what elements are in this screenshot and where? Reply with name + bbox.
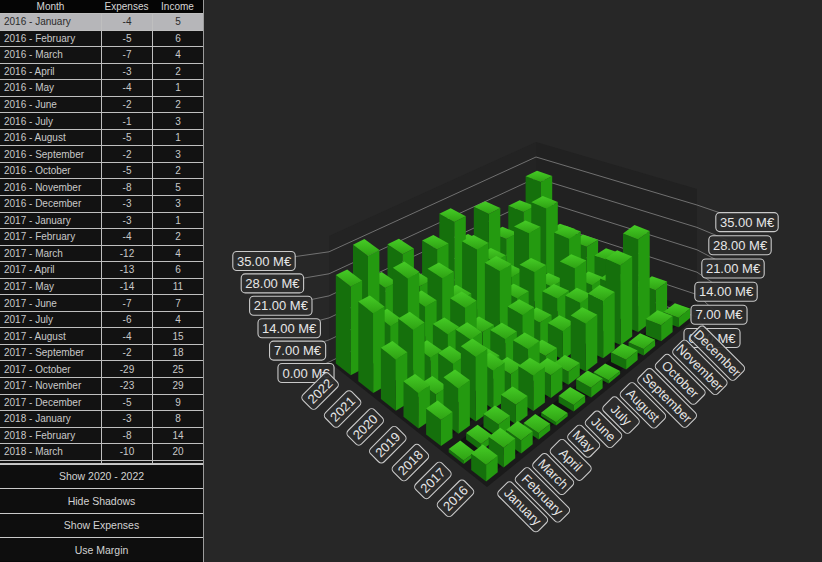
table-row[interactable]: 2016 - July-13 xyxy=(0,113,203,130)
data-table-panel: Month Expenses Income 2016 - January-452… xyxy=(0,0,204,562)
table-cell: 2017 - July xyxy=(0,312,101,328)
table-row[interactable]: 2017 - May-1411 xyxy=(0,279,203,296)
bar3d-chart[interactable]: 0.00 M€7.00 M€14.00 M€21.00 M€28.00 M€35… xyxy=(204,0,822,562)
table-cell: 1 xyxy=(152,80,203,96)
value-axis-label-left: 35.00 M€ xyxy=(233,252,295,271)
table-cell: -10 xyxy=(101,444,152,460)
table-cell: 8 xyxy=(152,411,203,427)
svg-text:14.00 M€: 14.00 M€ xyxy=(699,284,754,299)
table-cell: 2016 - August xyxy=(0,130,101,146)
bar[interactable] xyxy=(336,269,362,375)
table-cell: -13 xyxy=(101,262,152,278)
table-cell: 2 xyxy=(152,97,203,113)
table-row[interactable]: 2017 - March-124 xyxy=(0,246,203,263)
table-cell: 2017 - October xyxy=(0,361,101,377)
table-cell: 2016 - June xyxy=(0,97,101,113)
table-cell: -12 xyxy=(101,246,152,262)
table-cell: 2017 - September xyxy=(0,345,101,361)
table-row[interactable]: 2016 - January-45 xyxy=(0,14,203,31)
table-cell: 4 xyxy=(152,312,203,328)
table-cell: 2 xyxy=(152,163,203,179)
table-cell: 11 xyxy=(152,279,203,295)
table-cell: 2017 - December xyxy=(0,395,101,411)
table-cell: 7 xyxy=(152,295,203,311)
value-axis-label-right: 28.00 M€ xyxy=(709,236,771,255)
table-row[interactable]: 2018 - March-1020 xyxy=(0,444,203,461)
svg-text:21.00 M€: 21.00 M€ xyxy=(254,298,309,313)
table-row[interactable]: 2016 - May-41 xyxy=(0,80,203,97)
table-cell: -4 xyxy=(101,80,152,96)
table-cell: 4 xyxy=(152,246,203,262)
toggle-years-button[interactable]: Show 2020 - 2022 xyxy=(0,464,203,488)
table-row[interactable]: 2016 - November-85 xyxy=(0,179,203,196)
column-header-income[interactable]: Income xyxy=(152,1,203,12)
table-row[interactable]: 2016 - October-52 xyxy=(0,163,203,180)
table-row[interactable]: 2016 - September-23 xyxy=(0,146,203,163)
table-cell: -8 xyxy=(101,179,152,195)
table-cell: -4 xyxy=(101,14,152,30)
column-header-expenses[interactable]: Expenses xyxy=(101,1,152,12)
table-cell: 2016 - January xyxy=(0,14,101,30)
table-body: 2016 - January-452016 - February-562016 … xyxy=(0,14,203,461)
table-cell: 2017 - January xyxy=(0,213,101,229)
toggle-shadows-button[interactable]: Hide Shadows xyxy=(0,488,203,512)
toggle-margin-button[interactable]: Use Margin xyxy=(0,537,203,561)
toggle-expenses-button[interactable]: Show Expenses xyxy=(0,513,203,537)
table-row[interactable]: 2017 - August-415 xyxy=(0,328,203,345)
table-row[interactable]: 2017 - October-2925 xyxy=(0,361,203,378)
table-cell: 2016 - November xyxy=(0,179,101,195)
table-cell: -5 xyxy=(101,163,152,179)
table-cell: -3 xyxy=(101,411,152,427)
table-cell: 20 xyxy=(152,444,203,460)
table-row[interactable]: 2017 - April-136 xyxy=(0,262,203,279)
table-row[interactable]: 2016 - February-56 xyxy=(0,31,203,48)
svg-text:7.00 M€: 7.00 M€ xyxy=(274,343,322,358)
table-header: Month Expenses Income xyxy=(0,0,203,14)
table-cell: 2016 - July xyxy=(0,113,101,129)
table-row[interactable]: 2016 - March-74 xyxy=(0,47,203,64)
table-cell: 1 xyxy=(152,130,203,146)
table-cell: 2016 - April xyxy=(0,64,101,80)
table-row[interactable]: 2016 - December-33 xyxy=(0,196,203,213)
value-axis-label-right: 7.00 M€ xyxy=(691,305,747,324)
table-row[interactable]: 2017 - September-218 xyxy=(0,345,203,362)
table-row[interactable]: 2017 - February-42 xyxy=(0,229,203,246)
column-header-month[interactable]: Month xyxy=(0,1,101,12)
table-row[interactable]: 2016 - June-22 xyxy=(0,97,203,114)
table-cell: 29 xyxy=(152,378,203,394)
table-cell: 2018 - March xyxy=(0,444,101,460)
table-row[interactable]: 2017 - November-2329 xyxy=(0,378,203,395)
table-cell: -3 xyxy=(101,213,152,229)
table-cell: 2016 - May xyxy=(0,80,101,96)
value-axis-label-right: 21.00 M€ xyxy=(702,259,764,278)
table-cell: -23 xyxy=(101,378,152,394)
table-cell: -7 xyxy=(101,295,152,311)
table-row[interactable]: 2018 - January-38 xyxy=(0,411,203,428)
table-row[interactable]: 2016 - August-51 xyxy=(0,130,203,147)
table-row[interactable]: 2017 - December-59 xyxy=(0,395,203,412)
table-cell: -4 xyxy=(101,328,152,344)
table-cell: 2017 - February xyxy=(0,229,101,245)
table-cell: 5 xyxy=(152,14,203,30)
table-row[interactable]: 2016 - April-32 xyxy=(0,64,203,81)
table-cell: -1 xyxy=(101,113,152,129)
table-row[interactable]: 2017 - January-31 xyxy=(0,213,203,230)
table-row[interactable]: 2018 - February-814 xyxy=(0,428,203,445)
table-cell: 6 xyxy=(152,31,203,47)
table-cell: -29 xyxy=(101,361,152,377)
value-axis-label-left: 28.00 M€ xyxy=(241,274,303,293)
svg-text:14.00 M€: 14.00 M€ xyxy=(262,321,317,336)
chart-canvas[interactable]: 0.00 M€7.00 M€14.00 M€21.00 M€28.00 M€35… xyxy=(204,0,822,562)
table-cell: 2017 - November xyxy=(0,378,101,394)
table-row[interactable]: 2017 - June-77 xyxy=(0,295,203,312)
table-cell: 2018 - January xyxy=(0,411,101,427)
table-row[interactable]: 2017 - July-64 xyxy=(0,312,203,329)
bar[interactable] xyxy=(358,296,384,394)
table-cell: 9 xyxy=(152,395,203,411)
table-cell: 3 xyxy=(152,196,203,212)
bar[interactable] xyxy=(381,341,407,411)
table-cell: 2017 - August xyxy=(0,328,101,344)
table-cell: 2017 - June xyxy=(0,295,101,311)
table-cell: 14 xyxy=(152,428,203,444)
table-cell: 2 xyxy=(152,229,203,245)
